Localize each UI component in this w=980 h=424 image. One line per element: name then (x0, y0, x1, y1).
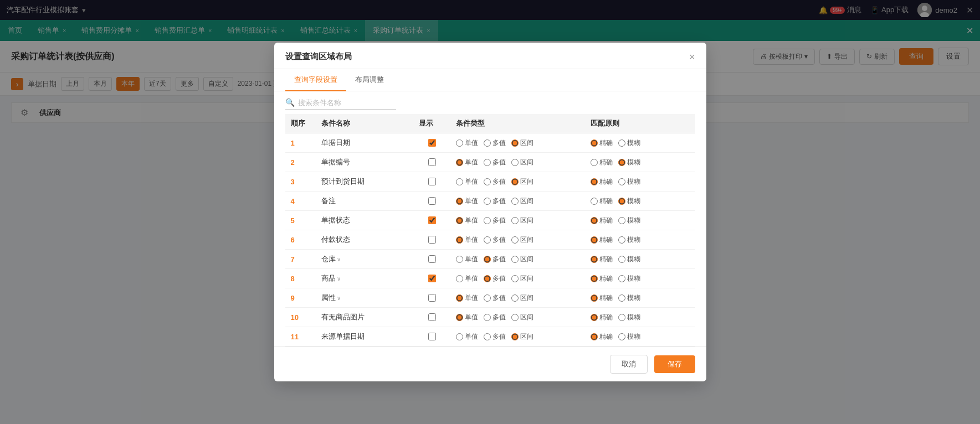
dialog-tab-query-fields[interactable]: 查询字段设置 (285, 69, 346, 91)
dialog-tab-layout[interactable]: 布局调整 (346, 69, 393, 91)
dialog-header: 设置查询区域布局 × (274, 43, 706, 69)
dialog-tab-bar: 查询字段设置 布局调整 (274, 69, 706, 91)
col-header-type: 条件类型 (450, 114, 585, 130)
search-input[interactable] (298, 99, 387, 107)
col-header-match: 匹配原则 (585, 114, 695, 130)
table-header-row: 顺序 条件名称 显示 条件类型 匹配原则 (285, 114, 695, 130)
settings-dialog: 设置查询区域布局 × 查询字段设置 布局调整 🔍 顺序 (274, 43, 706, 130)
search-input-wrap: 🔍 (285, 98, 396, 110)
col-header-display: 显示 (413, 114, 450, 130)
col-header-name: 条件名称 (316, 114, 414, 130)
col-header-order: 顺序 (285, 114, 316, 130)
dialog-table-wrap: 顺序 条件名称 显示 条件类型 匹配原则 1单据日期单值多值区间精确模糊2单据编… (274, 114, 706, 130)
modal-overlay: 设置查询区域布局 × 查询字段设置 布局调整 🔍 顺序 (0, 0, 980, 130)
dialog-search-area: 🔍 (274, 91, 706, 114)
conditions-table: 顺序 条件名称 显示 条件类型 匹配原则 1单据日期单值多值区间精确模糊2单据编… (285, 114, 695, 130)
dialog-title: 设置查询区域布局 (285, 51, 352, 62)
dialog-close-button[interactable]: × (689, 52, 695, 62)
search-icon: 🔍 (285, 98, 295, 107)
